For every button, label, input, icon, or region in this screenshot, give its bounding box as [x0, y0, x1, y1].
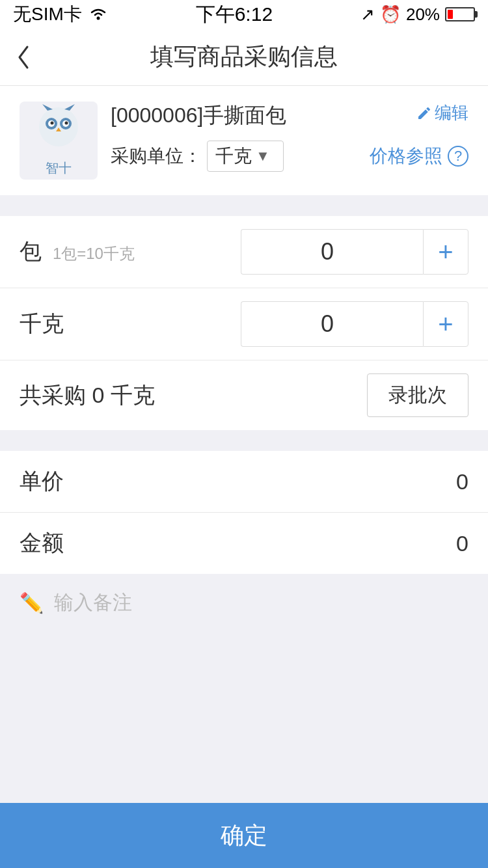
svg-marker-10: [64, 104, 75, 111]
edit-button[interactable]: 编辑: [416, 102, 468, 124]
kg-label-group: 千克: [20, 309, 64, 339]
help-icon: ?: [448, 146, 468, 167]
bao-input-box[interactable]: [241, 229, 423, 275]
nav-title: 填写商品采购信息: [150, 41, 338, 73]
bao-input-group: +: [241, 229, 468, 275]
kg-input-box[interactable]: [241, 301, 423, 347]
svg-point-0: [96, 17, 100, 20]
summary-text: 共采购 0 千克: [20, 381, 155, 411]
product-name: [0000006]手撕面包: [111, 102, 286, 130]
back-button[interactable]: [16, 44, 31, 70]
plus-icon: +: [438, 237, 453, 267]
kg-input-group: +: [241, 301, 468, 347]
amount-value: 0: [456, 531, 468, 556]
price-ref-button[interactable]: 价格参照 ?: [370, 144, 468, 169]
unit-price-label: 单价: [20, 467, 64, 496]
amount-row: 金额 0: [0, 513, 488, 574]
battery-icon: [445, 7, 475, 21]
alarm-icon: ⏰: [380, 5, 401, 25]
wifi-icon: [88, 4, 108, 25]
plus-icon-2: +: [438, 310, 453, 339]
product-logo-icon: [36, 104, 81, 157]
note-placeholder: 输入备注: [54, 590, 132, 616]
product-logo-text: 智十: [46, 159, 72, 177]
nav-bar: 填写商品采购信息: [0, 29, 488, 86]
svg-point-1: [39, 107, 78, 146]
status-left: 无SIM卡: [13, 2, 108, 27]
bao-sublabel: 1包=10千克: [53, 245, 135, 262]
pencil-icon: ✏️: [20, 591, 44, 614]
unit-label: 采购单位：: [111, 144, 202, 169]
confirm-label: 确定: [221, 820, 267, 852]
bao-input[interactable]: [241, 230, 423, 274]
svg-marker-9: [42, 104, 53, 111]
price-section: 单价 0 金额 0: [0, 451, 488, 574]
confirm-button[interactable]: 确定: [0, 803, 488, 868]
location-icon: ↗: [360, 5, 375, 25]
product-thumbnail: 智十: [20, 102, 98, 180]
product-card: 智十 [0000006]手撕面包 编辑 采购单位： 千克 ▼ 价格参照 ?: [0, 86, 488, 195]
bao-row: 包 1包=10千克 +: [0, 216, 488, 288]
section-divider-1: [0, 206, 488, 216]
batch-button[interactable]: 录批次: [367, 373, 468, 417]
quantity-section: 包 1包=10千克 + 千克 + 共采购: [0, 216, 488, 430]
summary-row: 共采购 0 千克 录批次: [0, 360, 488, 430]
unit-select[interactable]: 千克 ▼: [207, 141, 284, 172]
status-time: 下午6:12: [196, 1, 273, 28]
status-bar: 无SIM卡 下午6:12 ↗ ⏰ 20%: [0, 0, 488, 29]
bao-plus-button[interactable]: +: [423, 229, 468, 275]
price-ref-label: 价格参照: [370, 144, 442, 169]
svg-point-7: [65, 122, 68, 125]
battery-fill: [448, 10, 453, 19]
bao-label-group: 包 1包=10千克: [20, 237, 135, 267]
dropdown-arrow-icon: ▼: [256, 148, 270, 165]
unit-price-row: 单价 0: [0, 451, 488, 513]
footer-spacer: [0, 632, 488, 710]
battery-percent: 20%: [406, 5, 440, 25]
kg-input[interactable]: [241, 302, 423, 346]
kg-label: 千克: [20, 311, 64, 336]
kg-row: 千克 +: [0, 288, 488, 360]
section-divider-2: [0, 430, 488, 441]
status-right: ↗ ⏰ 20%: [360, 5, 475, 25]
unit-price-value: 0: [456, 469, 468, 495]
svg-point-6: [51, 122, 54, 125]
kg-plus-button[interactable]: +: [423, 301, 468, 347]
bao-label: 包: [20, 239, 42, 264]
product-info: [0000006]手撕面包 编辑 采购单位： 千克 ▼ 价格参照 ?: [111, 102, 468, 172]
carrier-label: 无SIM卡: [13, 2, 82, 27]
amount-label: 金额: [20, 528, 64, 558]
unit-value: 千克: [215, 144, 252, 169]
note-area[interactable]: ✏️ 输入备注: [0, 574, 488, 632]
